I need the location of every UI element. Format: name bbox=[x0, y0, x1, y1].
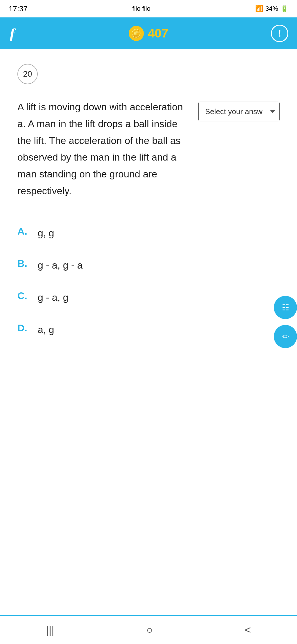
answer-select-block[interactable]: Select your answ A. g, g B. g - a, g - a… bbox=[198, 102, 280, 199]
option-a-text: g, g bbox=[38, 226, 54, 240]
header-bar: ƒ 🪙 407 ! bbox=[0, 17, 297, 49]
status-time: 17:37 bbox=[9, 4, 28, 13]
fab-container: ☷ ✏ bbox=[274, 296, 297, 348]
option-a-label: A. bbox=[17, 226, 32, 237]
notes-icon: ☷ bbox=[282, 303, 289, 312]
question-number-row: 20 bbox=[17, 64, 280, 84]
option-d[interactable]: D. a, g bbox=[17, 314, 280, 346]
wifi-icon: 📶 bbox=[255, 5, 263, 12]
info-icon: ! bbox=[278, 28, 281, 39]
status-bar: 17:37 filo filo 📶 34% 🔋 bbox=[0, 0, 297, 17]
info-button[interactable]: ! bbox=[271, 25, 288, 42]
coin-icon: 🪙 bbox=[129, 26, 144, 41]
edit-fab-button[interactable]: ✏ bbox=[274, 325, 297, 348]
question-number: 20 bbox=[17, 64, 38, 84]
edit-icon: ✏ bbox=[282, 332, 289, 341]
home-nav-button[interactable]: ○ bbox=[135, 621, 164, 639]
question-divider bbox=[44, 74, 280, 74]
back-icon: < bbox=[245, 624, 251, 636]
coin-emoji: 🪙 bbox=[131, 29, 141, 38]
app-logo: ƒ bbox=[9, 25, 16, 42]
menu-icon: ||| bbox=[46, 624, 54, 636]
status-icons: 📶 34% 🔋 bbox=[255, 5, 288, 12]
question-text: A lift is moving down with acceleration … bbox=[17, 99, 187, 199]
notes-fab-button[interactable]: ☷ bbox=[274, 296, 297, 319]
battery-level: 34% bbox=[265, 5, 278, 12]
bottom-navigation: ||| ○ < bbox=[0, 615, 297, 644]
question-area: A lift is moving down with acceleration … bbox=[17, 99, 280, 199]
option-c-label: C. bbox=[17, 290, 32, 301]
options-list: A. g, g B. g - a, g - a C. g - a, g D. a… bbox=[17, 217, 280, 346]
option-c[interactable]: C. g - a, g bbox=[17, 281, 280, 314]
option-d-text: a, g bbox=[38, 322, 54, 337]
option-a[interactable]: A. g, g bbox=[17, 217, 280, 249]
bottom-spacer bbox=[17, 346, 280, 381]
home-icon: ○ bbox=[146, 624, 153, 636]
main-content: 20 A lift is moving down with accelerati… bbox=[0, 49, 297, 601]
back-nav-button[interactable]: < bbox=[233, 621, 262, 639]
option-b-text: g - a, g - a bbox=[38, 258, 83, 273]
battery-icon: 🔋 bbox=[280, 5, 288, 12]
coin-display: 🪙 407 bbox=[129, 26, 168, 41]
option-b[interactable]: B. g - a, g - a bbox=[17, 249, 280, 281]
coin-count: 407 bbox=[148, 26, 168, 40]
question-text-block: A lift is moving down with acceleration … bbox=[17, 99, 187, 199]
status-carrier: filo filo bbox=[132, 5, 150, 12]
option-c-text: g - a, g bbox=[38, 290, 68, 305]
answer-select[interactable]: Select your answ A. g, g B. g - a, g - a… bbox=[198, 102, 280, 121]
menu-nav-button[interactable]: ||| bbox=[35, 621, 66, 639]
option-b-label: B. bbox=[17, 258, 32, 269]
option-d-label: D. bbox=[17, 322, 32, 334]
